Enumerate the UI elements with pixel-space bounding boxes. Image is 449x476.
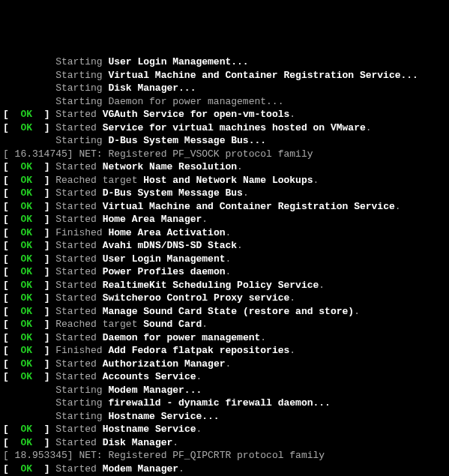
- target: Authorization Manager: [103, 358, 226, 370]
- bracket-close: ]: [67, 148, 79, 160]
- bracket-open: [: [3, 280, 9, 291]
- bracket-close: ]: [44, 292, 56, 304]
- verb: Reached target: [55, 175, 143, 186]
- bracket-open: [: [3, 109, 9, 120]
- log-line: [ OK ] Started Disk Manager.: [3, 436, 449, 450]
- bracket-open: [: [3, 437, 9, 448]
- target: Virtual Machine and Container Registrati…: [103, 201, 395, 212]
- target: Network Name Resolution: [103, 161, 237, 172]
- kernel-message: NET: Registered PF_QIPCRTR protocol fami…: [79, 450, 325, 461]
- verb: Started: [55, 161, 102, 172]
- bracket-close: ]: [44, 266, 56, 277]
- bracket-close: ]: [44, 253, 56, 265]
- target: Manage Sound Card State (restore and sto…: [103, 306, 354, 317]
- verb: Started: [55, 109, 102, 120]
- log-line: [ OK ] Started Home Area Manager.: [3, 213, 449, 226]
- bracket-open: [: [3, 306, 9, 317]
- bracket-close: ]: [44, 175, 56, 186]
- bracket-open: [: [3, 253, 9, 265]
- verb: Started: [55, 371, 102, 382]
- verb: Starting: [55, 135, 108, 146]
- log-line: Starting firewalld - dynamic firewall da…: [3, 397, 449, 410]
- log-line: [ OK ] Finished Home Area Activation.: [3, 226, 449, 240]
- status-ok: OK: [20, 227, 32, 238]
- log-line: [ OK ] Started Switcheroo Control Proxy …: [3, 292, 449, 305]
- bracket-close: ]: [44, 187, 56, 199]
- bracket-close: ]: [44, 280, 56, 291]
- target: Switcheroo Control Proxy service: [103, 292, 290, 304]
- bracket-open: [: [3, 227, 9, 238]
- status-ok: OK: [20, 437, 32, 448]
- target: RealtimeKit Scheduling Policy Service: [103, 280, 319, 291]
- target: D-Bus System Message Bus: [103, 187, 243, 199]
- log-line: [ OK ] Started Daemon for power manageme…: [3, 331, 449, 345]
- target: Virtual Machine and Container Registrati…: [108, 70, 418, 81]
- bracket-open: [: [3, 122, 9, 133]
- status-ok: OK: [20, 306, 32, 317]
- log-line: [ 18.953345] NET: Registered PF_QIPCRTR …: [3, 449, 449, 463]
- log-line: Starting D-Bus System Message Bus...: [3, 134, 449, 148]
- target: Power Profiles daemon: [103, 266, 226, 277]
- target: Hostname Service: [103, 424, 196, 435]
- target: Home Area Manager: [103, 214, 202, 225]
- log-line: Starting Hostname Service...: [3, 410, 449, 424]
- bracket-open: [: [3, 345, 9, 356]
- bracket-close: ]: [44, 437, 56, 448]
- verb: Started: [55, 437, 102, 448]
- log-line: Starting User Login Management...: [3, 55, 449, 69]
- target: Disk Manager...: [108, 82, 196, 94]
- verb: Starting: [55, 385, 108, 396]
- status-ok: OK: [20, 345, 32, 356]
- bracket-close: ]: [44, 240, 56, 251]
- status-ok: OK: [20, 319, 32, 330]
- log-line: [ OK ] Started Authorization Manager.: [3, 358, 449, 371]
- verb: Started: [55, 358, 102, 370]
- log-line: [ 16.314745] NET: Registered PF_VSOCK pr…: [3, 148, 449, 161]
- verb: Started: [55, 122, 102, 133]
- log-line: Starting Disk Manager...: [3, 82, 449, 95]
- verb: Starting: [55, 56, 108, 67]
- target: Modem Manager...: [108, 385, 202, 396]
- status-ok: OK: [20, 161, 32, 172]
- target: Add Fedora flatpak repositories: [108, 345, 289, 356]
- target: Sound Card: [143, 319, 202, 330]
- target: Service for virtual machines hosted on V…: [103, 122, 366, 133]
- log-line: [ OK ] Started VGAuth Service for open-v…: [3, 108, 449, 121]
- log-line: [ OK ] Started Power Profiles daemon.: [3, 265, 449, 279]
- status-ok: OK: [20, 187, 32, 199]
- target: Home Area Activation: [108, 227, 225, 238]
- bracket-close: ]: [44, 371, 56, 382]
- verb: Started: [55, 292, 102, 304]
- log-line: [ OK ] Started User Login Management.: [3, 253, 449, 266]
- log-line: [ OK ] Started Service for virtual machi…: [3, 121, 449, 135]
- bracket-open: [: [3, 175, 9, 186]
- verb: Started: [55, 214, 102, 225]
- target: Modem Manager: [103, 463, 178, 475]
- target: Avahi mDNS/DNS-SD Stack: [103, 240, 237, 251]
- bracket-open: [: [3, 332, 9, 343]
- status-ok: OK: [20, 463, 32, 475]
- bracket-open: [: [3, 450, 9, 461]
- status-ok: OK: [20, 253, 32, 265]
- bracket-open: [: [3, 358, 9, 370]
- bracket-open: [: [3, 214, 9, 225]
- target: VGAuth Service for open-vm-tools: [103, 109, 290, 120]
- bracket-open: [: [3, 240, 9, 251]
- verb: Finished: [55, 227, 108, 238]
- status-ok: OK: [20, 332, 32, 343]
- log-line: [ OK ] Finished Add Fedora flatpak repos…: [3, 344, 449, 358]
- log-line: [ OK ] Started Modem Manager.: [3, 463, 449, 476]
- verb: Started: [55, 240, 102, 251]
- target: User Login Management...: [108, 56, 248, 67]
- bracket-close: ]: [44, 332, 56, 343]
- status-ok: OK: [20, 122, 32, 133]
- bracket-close: ]: [44, 306, 56, 317]
- log-line: [ OK ] Started Network Name Resolution.: [3, 160, 449, 174]
- verb: Started: [55, 424, 102, 435]
- log-line: [ OK ] Started Accounts Service.: [3, 370, 449, 384]
- target: Accounts Service: [103, 371, 196, 382]
- bracket-close: ]: [44, 214, 56, 225]
- log-line: [ OK ] Started D-Bus System Message Bus.: [3, 187, 449, 200]
- status-ok: OK: [20, 175, 32, 186]
- bracket-close: ]: [44, 463, 56, 475]
